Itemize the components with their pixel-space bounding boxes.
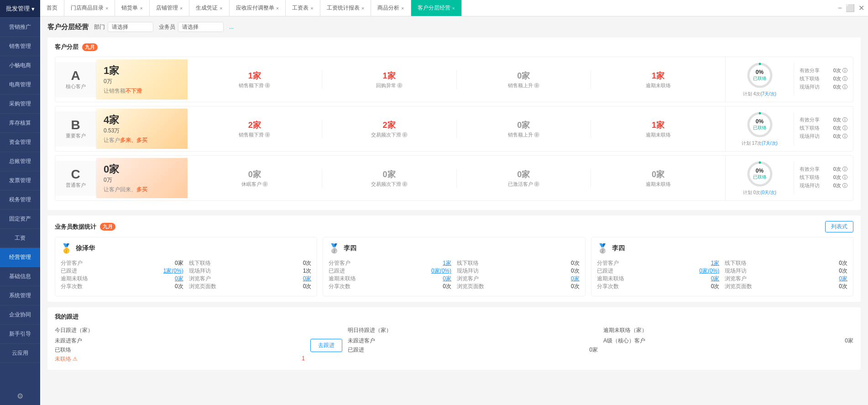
sidebar-item-16[interactable]: 新手引导 — [0, 325, 40, 344]
tab-8[interactable]: 商品分析× — [371, 0, 411, 16]
tier-right-stats-2: 有效分享0次 ⓘ线下联络0次 ⓘ现场拜访0次 ⓘ — [794, 162, 853, 194]
uncontacted-value: 1 — [302, 355, 305, 363]
staff-name-0: 徐泽华 — [76, 244, 95, 252]
tab-close-icon-9[interactable]: × — [452, 5, 455, 11]
list-view-button[interactable]: 列表式 — [825, 221, 853, 232]
metric-1-2: 0家销售额上升i — [457, 120, 591, 138]
metric-0-3: 1家逾期未联络 — [591, 70, 725, 89]
info-icon[interactable]: i — [402, 181, 408, 187]
staff-metric: 分享次数 0次 — [329, 283, 451, 290]
tab-9[interactable]: 客户分层经营× — [411, 0, 462, 16]
sidebar-item-2[interactable]: 小畅电商 — [0, 56, 40, 75]
info-icon[interactable]: i — [265, 83, 270, 88]
sidebar-item-14[interactable]: 系统管理 — [0, 286, 40, 305]
sidebar-item-5[interactable]: 库存核算 — [0, 114, 40, 133]
tab-3[interactable]: 店铺管理× — [150, 0, 189, 16]
sidebar-bottom[interactable]: ⚙ — [0, 387, 40, 405]
info-icon[interactable]: i — [534, 83, 539, 88]
tab-close-icon-2[interactable]: × — [140, 5, 142, 11]
gear-icon[interactable]: ⚙ — [17, 392, 23, 400]
staff-card-1: 🥈 李四 分管客户 1家 已跟进 0家(0%) 逾期未联络 0家 分享次数 0次… — [323, 237, 585, 296]
staff-section: 业务员数据统计 九月 列表式 🥇 徐泽华 分管客户 0家 已跟进 1家(0%) … — [47, 216, 861, 302]
overdue-title: 逾期未联络（家） — [603, 326, 853, 334]
tab-6[interactable]: 工资表× — [286, 0, 320, 16]
staff-header-0: 🥇 徐泽华 — [61, 243, 311, 254]
metric-0-1: 1家回购异常i — [322, 70, 457, 89]
minimize-icon[interactable]: − — [838, 4, 842, 12]
staff-metric: 分管客户 1家 — [329, 259, 451, 267]
metric-2-3: 0家逾期未联络 — [591, 169, 725, 188]
staff-metric: 浏览客户 0家 — [189, 275, 312, 283]
staff-metric: 逾期未联络 0家 — [61, 275, 183, 283]
staff-month-badge: 九月 — [100, 223, 115, 231]
a-tier-value: 0家 — [845, 337, 853, 345]
sidebar-item-0[interactable]: 营销推广 — [0, 18, 40, 37]
staff-select[interactable]: 请选择 — [178, 22, 224, 32]
tier-circle-2: 0% 已联络 计划 0次(0天/次) — [725, 156, 794, 200]
dept-filter-group: 部门 请选择 — [94, 22, 153, 32]
tier-row-c: C普通客户0家0万让客户回来、多买0家休眠客户i0家交易频次下滑i0家已激活客户… — [55, 155, 853, 201]
close-window-icon[interactable]: ✕ — [858, 4, 864, 12]
tab-close-icon-7[interactable]: × — [361, 5, 364, 11]
metric-0-0: 1家销售额下滑i — [188, 70, 322, 89]
tab-0[interactable]: 首页 — [40, 0, 64, 16]
dept-label: 部门 — [94, 23, 105, 31]
tier-circle-1: 0% 已联络 计划 17次(7天/次) — [725, 106, 794, 151]
staff-medal-0: 🥇 — [61, 243, 72, 254]
info-icon[interactable]: i — [402, 132, 408, 137]
tab-close-icon-8[interactable]: × — [401, 5, 404, 11]
info-icon[interactable]: i — [534, 181, 539, 187]
metric-2-1: 0家交易频次下滑i — [322, 169, 457, 188]
sidebar-item-7[interactable]: 总账管理 — [0, 152, 40, 171]
sidebar-item-4[interactable]: 采购管理 — [0, 95, 40, 114]
tab-1[interactable]: 门店商品目录× — [64, 0, 115, 16]
staff-metric: 现场拜访 0次 — [725, 267, 847, 275]
sidebar-item-17[interactable]: 云应用 — [0, 344, 40, 363]
sidebar-item-9[interactable]: 税务管理 — [0, 190, 40, 210]
go-follow-button[interactable]: 去跟进 — [310, 339, 342, 352]
info-icon[interactable]: i — [265, 132, 270, 137]
tab-4[interactable]: 生成凭证× — [189, 0, 229, 16]
maximize-icon[interactable]: ⬜ — [846, 4, 855, 12]
content-area: 客户分层经营 部门 请选择 业务员 请选择 ... 客户分层 九月 A核心客户1… — [40, 16, 868, 405]
tab-2[interactable]: 销货单× — [115, 0, 149, 16]
sidebar-item-15[interactable]: 企业协同 — [0, 305, 40, 325]
overdue-col: 逾期未联络（家） A级（核心）客户 0家 — [603, 326, 853, 346]
sidebar-item-6[interactable]: 资金管理 — [0, 133, 40, 152]
tab-7[interactable]: 工资统计报表× — [320, 0, 371, 16]
customer-month-badge: 九月 — [82, 43, 98, 51]
tab-close-icon-5[interactable]: × — [276, 5, 279, 11]
tier-metrics-1: 2家销售额下滑i2家交易频次下滑i0家销售额上升i1家逾期未联络 — [188, 115, 725, 143]
staff-section-header: 业务员数据统计 九月 列表式 — [55, 221, 853, 232]
info-icon[interactable]: i — [534, 132, 539, 137]
tab-close-icon-4[interactable]: × — [220, 5, 222, 11]
sidebar-item-3[interactable]: 电商管理 — [0, 75, 40, 95]
sidebar: 批发管理 ▾ 营销推广销售管理小畅电商电商管理采购管理库存核算资金管理总账管理发… — [0, 0, 40, 405]
tier-row-a: A核心客户1家0万让销售额不下滑1家销售额下滑i1家回购异常i0家销售额上升i1… — [55, 57, 853, 102]
more-filters-btn[interactable]: ... — [229, 24, 234, 30]
tier-right-stats-0: 有效分享0次 ⓘ线下联络0次 ⓘ现场拜访0次 ⓘ — [794, 63, 853, 95]
sidebar-item-1[interactable]: 销售管理 — [0, 37, 40, 56]
customer-section: 客户分层 九月 A核心客户1家0万让销售额不下滑1家销售额下滑i1家回购异常i0… — [47, 37, 861, 210]
tomorrow-follow-col: 明日待跟进（家） 未跟进客户 已跟进 0家 — [348, 326, 598, 355]
sidebar-item-12[interactable]: 经营管理 — [0, 248, 40, 267]
sidebar-top-logo[interactable]: 批发管理 ▾ — [0, 0, 40, 18]
tab-close-icon-6[interactable]: × — [310, 5, 313, 11]
tab-5[interactable]: 应收应付调整单× — [230, 0, 286, 16]
staff-metric: 已跟进 0家(0%) — [329, 267, 451, 275]
tomorrow-unfollow-label: 未跟进客户 — [348, 337, 375, 345]
tier-label-2: C普通客户 — [55, 161, 96, 196]
info-icon[interactable]: i — [262, 181, 268, 187]
info-icon[interactable]: i — [397, 83, 403, 88]
tab-close-icon-3[interactable]: × — [180, 5, 183, 11]
sidebar-item-8[interactable]: 发票管理 — [0, 171, 40, 190]
sidebar-item-11[interactable]: 工资 — [0, 229, 40, 248]
staff-metric: 浏览客户 0家 — [725, 275, 847, 283]
tab-close-icon-1[interactable]: × — [105, 5, 108, 11]
sidebar-item-13[interactable]: 基础信息 — [0, 267, 40, 286]
sidebar-item-10[interactable]: 固定资产 — [0, 210, 40, 229]
staff-metric: 线下联络 0次 — [725, 259, 847, 267]
staff-metric: 现场拜访 1次 — [189, 267, 312, 275]
dept-select[interactable]: 请选择 — [108, 22, 153, 32]
tier-main-1: 4家0.53万让客户多来、多买 — [96, 109, 188, 149]
